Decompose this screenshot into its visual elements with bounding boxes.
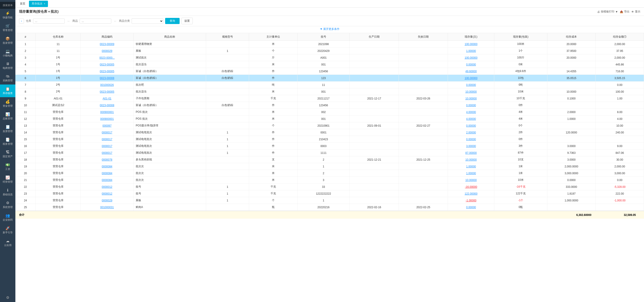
table-cell[interactable]: A01-01 xyxy=(81,95,134,102)
sidebar-item-purchase[interactable]: 🛍 采购管理 xyxy=(0,72,16,84)
table-cell[interactable]: 100.00000 xyxy=(448,54,494,61)
sidebar-item-label: 小额电商 xyxy=(3,54,13,57)
table-cell: 多头黑色软线 xyxy=(134,156,206,163)
print-action-btn[interactable]: 🖨 按模板打印 ▼ xyxy=(597,10,618,14)
table-cell[interactable]: 0.00000 xyxy=(448,136,494,143)
table-cell[interactable]: 0000017 xyxy=(81,149,134,156)
sidebar-item-new-guide[interactable]: 🚀 新手引导 xyxy=(0,224,16,237)
table-cell[interactable]: 0000017 xyxy=(81,143,134,149)
sidebar-item-payroll[interactable]: 💵 工资 xyxy=(0,161,16,173)
sidebar-item-collab[interactable]: 👥 企业协同 xyxy=(0,211,16,224)
table-cell[interactable]: 0023-00005 xyxy=(81,88,134,95)
table-cell[interactable]: 87.00000 xyxy=(448,149,494,156)
table-cell[interactable]: 001000026 xyxy=(81,82,134,88)
sidebar-item-mini-ecom[interactable]: 💻 小额电商 xyxy=(0,47,16,60)
sidebar-item-wholesale[interactable]: 📦 批发管理 xyxy=(0,34,16,47)
tab-close-icon[interactable]: × xyxy=(44,3,45,5)
sidebar-item-label: 工资 xyxy=(5,168,10,170)
table-cell[interactable]: 0.00000 xyxy=(448,82,494,88)
table-cell[interactable]: 0000017 xyxy=(81,129,134,136)
table-cell[interactable]: 0000084 xyxy=(81,177,134,184)
sidebar-item-quick-nav[interactable]: ⚡ 快捷导航 xyxy=(0,9,16,22)
col-cost: 结存成本 xyxy=(547,33,596,41)
table-cell[interactable]: 1.00000 xyxy=(448,170,494,177)
table-cell[interactable]: 001000031 xyxy=(81,204,134,211)
expand-conditions-btn[interactable]: ▼ 展开更多条件 xyxy=(320,27,340,31)
tab-inventory-batch[interactable]: 库存批次 × xyxy=(29,1,48,7)
table-cell: A001 xyxy=(297,54,350,61)
table-cell[interactable]: 3.00000 xyxy=(448,143,494,149)
table-cell[interactable]: 1.00000 xyxy=(448,163,494,170)
table-cell[interactable]: -1.00000 xyxy=(448,197,494,204)
table-cell[interactable]: 0023-00009 xyxy=(81,41,134,48)
table-cell[interactable]: 100.00000 xyxy=(448,41,494,48)
table-cell[interactable]: 0023-00008 xyxy=(81,102,134,109)
table-cell[interactable]: 0.00000 xyxy=(448,61,494,68)
table-cell[interactable]: 2.00000 xyxy=(448,129,494,136)
table-cell[interactable]: 0000029 xyxy=(81,48,134,54)
table-cell: 8.00 xyxy=(596,109,644,115)
table-cell[interactable]: 10.00000 xyxy=(448,177,494,184)
table-cell[interactable]: 0000084 xyxy=(81,170,134,177)
table-cell[interactable]: 4.00000 xyxy=(448,109,494,115)
table-cell[interactable]: 10.00000 xyxy=(448,95,494,102)
sidebar-item-ecom[interactable]: 🖥 电商管理 xyxy=(0,60,16,72)
table-cell[interactable]: 0.00000 xyxy=(448,102,494,109)
tab-home[interactable]: 首页 xyxy=(17,1,28,7)
sidebar-item-retail[interactable]: 🛒 零售管理 xyxy=(0,22,16,34)
table-cell[interactable]: 49.60000 xyxy=(448,68,494,75)
table-cell[interactable]: 0000078 xyxy=(81,156,134,163)
category-filter-select[interactable] xyxy=(132,18,163,24)
table-cell[interactable]: 4.00000 xyxy=(448,115,494,122)
table-cell[interactable]: 000900001 xyxy=(81,115,134,122)
table-cell[interactable]: 0023-00005 xyxy=(81,61,134,68)
table-cell[interactable]: 0000012 xyxy=(81,184,134,190)
settings-button[interactable]: ⚙ xyxy=(0,293,16,302)
filter-collapse-btn[interactable]: › xyxy=(19,19,24,24)
table-cell[interactable]: 0023-00005 xyxy=(81,68,134,75)
set-button[interactable]: 设置 xyxy=(182,18,193,24)
display-label: 显示 xyxy=(635,10,640,14)
table-cell[interactable]: 000900001 xyxy=(81,109,134,115)
table-cell[interactable]: 0000029 xyxy=(81,197,134,204)
sidebar-item-summary[interactable]: 📊 总账管理 xyxy=(0,110,16,122)
sidebar-item-inventory[interactable]: 📋 库存核查 xyxy=(0,84,16,97)
sidebar-item-finance[interactable]: 💰 资金管理 xyxy=(0,97,16,110)
table-cell[interactable]: 1.00000 xyxy=(448,48,494,54)
table-cell[interactable]: 000097 xyxy=(81,122,134,129)
sidebar-search[interactable]: 搜索菜单 xyxy=(0,2,16,9)
table-cell[interactable]: 0.00000 xyxy=(448,122,494,129)
sidebar-item-basic-info[interactable]: ℹ 基础信息 xyxy=(0,186,16,199)
sidebar-item-label: 库存核查 xyxy=(3,92,13,94)
table-cell[interactable]: 0000084 xyxy=(81,163,134,170)
product-filter-input[interactable] xyxy=(80,19,111,24)
table-cell[interactable]: 0023-00008 xyxy=(81,75,134,82)
table-cell: 1,000.0000 xyxy=(547,197,596,204)
sidebar-item-cloud[interactable]: ☁ 云应用 xyxy=(0,237,16,249)
sidebar-item-sys[interactable]: ⚙ 系统管理 xyxy=(0,199,16,211)
table-cell[interactable]: 0.00000 xyxy=(448,204,494,211)
sidebar-item-fixed-assets[interactable]: 🏗 固定资产 xyxy=(0,148,16,161)
table-cell[interactable]: 0000017 xyxy=(81,136,134,143)
table-cell[interactable]: 122.00000 xyxy=(448,190,494,197)
table-cell: 营营仓库 xyxy=(36,156,80,163)
table-cell xyxy=(350,41,399,48)
summary-icon: 📊 xyxy=(0,112,16,116)
tab-home-label: 首页 xyxy=(20,2,25,6)
table-cell[interactable]: 10.00000 xyxy=(448,156,494,163)
warehouse-filter-input[interactable] xyxy=(33,19,65,24)
table-cell: 0.0000 xyxy=(547,177,596,184)
sidebar-item-invoice[interactable]: 🧾 发票管理 xyxy=(0,122,16,135)
table-cell: POS 批次 xyxy=(134,109,206,115)
sidebar-item-tax[interactable]: 📑 税务管理 xyxy=(0,135,16,148)
display-action-btn[interactable]: 👁 显示 xyxy=(631,10,640,14)
sidebar-item-ops[interactable]: 📈 经营管理 xyxy=(0,173,16,186)
table-cell[interactable]: -16.00000 xyxy=(448,184,494,190)
table-cell[interactable]: 100.00000 xyxy=(448,75,494,82)
table-cell[interactable]: 0023-0000... xyxy=(81,54,134,61)
table-cell[interactable]: 10.00000 xyxy=(448,88,494,95)
export-action-btn[interactable]: 📤 导出 xyxy=(620,10,630,14)
table-cell: 0.1000 xyxy=(547,95,596,102)
table-cell[interactable]: 0000012 xyxy=(81,190,134,197)
search-button[interactable]: 查询 xyxy=(165,18,180,24)
